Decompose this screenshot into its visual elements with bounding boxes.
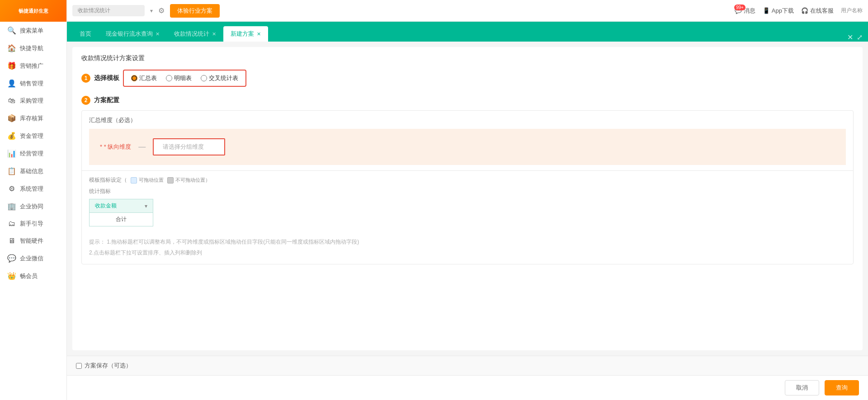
section2-number: 2 (81, 96, 90, 105)
required-star: * (100, 143, 104, 150)
tab-close-window-icon[interactable]: ✕ (847, 33, 853, 42)
main-area: 收款情况统计 ▾ ⚙ 体验行业方案 💬 99+ 消息 📱 App下载 🎧 在线客… (67, 0, 868, 400)
sidebar-item-inventory[interactable]: 📦 库存核算 (0, 109, 66, 127)
sidebar-item-label: 新手引导 (20, 220, 43, 228)
gear-icon: ⚙ (7, 184, 16, 193)
sidebar-item-label: 畅会员 (20, 272, 38, 280)
sidebar-item-enterprise[interactable]: 🏢 企业协同 (0, 198, 66, 215)
sidebar-item-basic[interactable]: 📋 基础信息 (0, 162, 66, 180)
sidebar-item-hardware[interactable]: 🖥 智能硬件 (0, 232, 66, 249)
app-download-button[interactable]: 📱 App下载 (763, 7, 794, 15)
radio-cross-input[interactable] (201, 75, 207, 81)
sidebar-item-label: 库存核算 (20, 114, 43, 122)
section1-title: 选择模板 (94, 74, 119, 82)
tab-bank-flow[interactable]: 现金银行流水查询 ✕ (99, 26, 167, 42)
tab-home[interactable]: 首页 (72, 26, 99, 42)
username: 用户名称 (841, 7, 863, 14)
message-button[interactable]: 💬 99+ 消息 (735, 7, 755, 15)
sidebar-item-member[interactable]: 👑 畅会员 (0, 267, 66, 285)
app-icon: 📱 (763, 7, 770, 14)
tab-maximize-icon[interactable]: ⤢ (857, 33, 863, 42)
sidebar-item-purchase[interactable]: 🛍 采购管理 (0, 92, 66, 109)
template-selector: 汇总表 明细表 交叉统计表 (123, 70, 246, 87)
tab-new-plan[interactable]: 新建方案 ✕ (223, 26, 268, 42)
sidebar-item-operation[interactable]: 📊 经营管理 (0, 145, 66, 162)
money-icon: 💰 (7, 132, 16, 140)
sidebar-item-label: 营销推广 (20, 62, 43, 70)
save-checkbox[interactable] (76, 363, 82, 369)
breadcrumb: 收款情况统计 (72, 5, 145, 16)
section2-header-row: 2 方案配置 (81, 96, 854, 105)
content-area: 收款情况统计方案设置 1 选择模板 汇总表 明细表 (67, 42, 868, 400)
sidebar-item-label: 经营管理 (20, 150, 43, 158)
tip2: 2.点击标题栏下拉可设置排序、插入列和删除列 (89, 248, 846, 258)
dimension-placeholder[interactable]: 请选择分组维度 (153, 138, 225, 155)
cancel-button[interactable]: 取消 (785, 380, 819, 395)
box-icon: 📦 (7, 114, 16, 122)
trial-button[interactable]: 体验行业方案 (170, 4, 220, 18)
radio-detail-input[interactable] (166, 75, 172, 81)
metrics-dropdown-icon[interactable]: ▾ (145, 203, 147, 209)
tab-bank-flow-close-icon[interactable]: ✕ (156, 31, 160, 37)
sidebar-item-sales[interactable]: 👤 销售管理 (0, 75, 66, 92)
tips-section: 提示： 1.拖动标题栏可以调整布局，不可跨维度或指标区域拖动任目字段(只能在同一… (82, 232, 853, 264)
app-download-label: App下载 (772, 7, 794, 15)
tip1: 提示： 1.拖动标题栏可以调整布局，不可跨维度或指标区域拖动任目字段(只能在同一… (89, 237, 846, 247)
sidebar-item-label: 企业协同 (20, 202, 43, 211)
header-right: 💬 99+ 消息 📱 App下载 🎧 在线客服 用户名称 (735, 7, 863, 15)
bag-icon: 🛍 (7, 97, 16, 105)
page-title: 收款情况统计方案设置 (81, 54, 854, 62)
sidebar-item-quick-nav[interactable]: 🏠 快捷导航 (0, 39, 66, 57)
sidebar-item-label: 系统管理 (20, 185, 43, 193)
sidebar-item-system[interactable]: ⚙ 系统管理 (0, 180, 66, 198)
metrics-title-text: 模板指标设定（ (89, 176, 127, 184)
radio-cross[interactable]: 交叉统计表 (201, 74, 238, 82)
dimension-row-label: * * 纵向维度 (100, 143, 131, 151)
dimension-arrow-icon: — (138, 143, 146, 151)
metrics-label: 模板指标设定（ 可拖动位置 不可拖动位置） (89, 176, 846, 184)
sidebar-item-label: 搜索菜单 (20, 27, 43, 35)
save-option: 方案保存（可选） (67, 356, 868, 375)
query-button[interactable]: 查询 (825, 380, 859, 395)
config-section: 汇总维度（必选） * * 纵向维度 — 请选择分组维度 (81, 110, 854, 264)
tab-payment-stats[interactable]: 收款情况统计 ✕ (167, 26, 223, 42)
radio-summary[interactable]: 汇总表 (131, 74, 157, 82)
bottom-bar: 取消 查询 (67, 375, 868, 400)
building-icon: 🏢 (7, 202, 16, 211)
dimension-subsection-title: 汇总维度（必选） (89, 116, 846, 124)
message-badge: 99+ (734, 5, 745, 10)
radio-cross-label: 交叉统计表 (209, 74, 238, 82)
tab-payment-stats-close-icon[interactable]: ✕ (212, 31, 216, 37)
sidebar-item-finance[interactable]: 💰 资金管理 (0, 127, 66, 145)
radio-detail-label: 明细表 (174, 74, 192, 82)
sidebar-logo: 畅捷通好生意 (0, 0, 66, 22)
metrics-category-label: 统计指标 (89, 188, 153, 195)
sidebar-item-search-menu[interactable]: 🔍 搜索菜单 (0, 22, 66, 39)
sidebar-item-wechat[interactable]: 💬 企业微信 (0, 249, 66, 267)
sidebar-item-guide[interactable]: 🗂 新手引导 (0, 215, 66, 232)
dropdown-arrow-icon[interactable]: ▾ (150, 8, 153, 14)
section-template: 1 选择模板 汇总表 明细表 交叉统计表 (81, 70, 854, 87)
radio-detail[interactable]: 明细表 (166, 74, 192, 82)
radio-summary-input[interactable] (131, 75, 137, 81)
metrics-subsection: 模板指标设定（ 可拖动位置 不可拖动位置） (82, 171, 853, 232)
non-draggable-label: 不可拖动位置） (175, 177, 210, 184)
sidebar-item-marketing[interactable]: 🎁 营销推广 (0, 57, 66, 75)
crown-icon: 👑 (7, 272, 16, 280)
metrics-table-body: 合计 (90, 213, 153, 226)
dimension-area: * * 纵向维度 — 请选择分组维度 (89, 129, 846, 165)
sidebar-item-label: 智能硬件 (20, 237, 43, 245)
guide-icon: 🗂 (7, 220, 16, 228)
sidebar-item-label: 企业微信 (20, 254, 43, 263)
user-icon: 👤 (7, 79, 16, 88)
tab-bar: 首页 现金银行流水查询 ✕ 收款情况统计 ✕ 新建方案 ✕ ✕ ⤢ (67, 22, 868, 42)
section1-number: 1 (81, 74, 90, 83)
online-service-button[interactable]: 🎧 在线客服 (801, 7, 834, 15)
settings-icon[interactable]: ⚙ (158, 6, 165, 15)
online-service-label: 在线客服 (810, 7, 834, 15)
message-badge-wrap: 💬 99+ (735, 7, 742, 14)
metrics-table-header[interactable]: 收款金额 ▾ (90, 199, 153, 213)
sidebar-item-label: 快捷导航 (20, 44, 43, 52)
search-menu-icon: 🔍 (7, 26, 16, 35)
tab-new-plan-close-icon[interactable]: ✕ (257, 31, 261, 37)
